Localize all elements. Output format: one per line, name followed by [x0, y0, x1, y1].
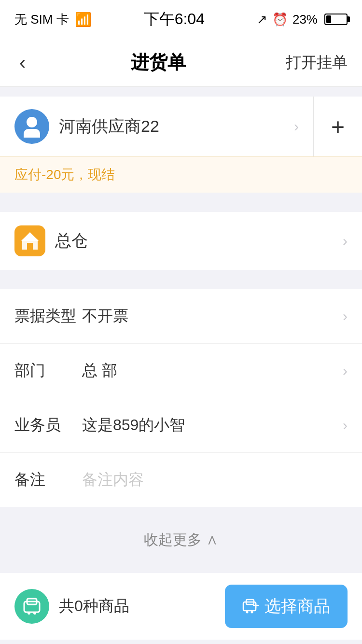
open-pending-button[interactable]: 打开挂单	[286, 52, 348, 73]
ticket-type-chevron-icon: ›	[343, 308, 348, 324]
collapse-button[interactable]: 收起更多 ∧	[0, 517, 362, 563]
department-label: 部门	[14, 360, 82, 381]
svg-point-7	[33, 612, 36, 615]
collapse-label: 收起更多 ∧	[144, 530, 218, 550]
notice-text: 应付-20元，现结	[14, 167, 115, 182]
form-section: 票据类型 不开票 › 部门 总 部 › 业务员 这是859的小智 › 备注 备注…	[0, 289, 362, 507]
back-button[interactable]: ‹	[14, 47, 30, 78]
app-container: 无 SIM 卡 📶 下午6:04 ↗ ⏰ 23% ‹ 进货单 打开挂单	[0, 0, 362, 640]
product-count-label: 共0种商品	[59, 596, 215, 617]
department-value: 总 部	[82, 360, 338, 381]
page-title: 进货单	[131, 50, 186, 75]
bottom-bar: 共0种商品 选择商品	[0, 573, 362, 640]
product-icon	[14, 589, 49, 624]
battery-percent: 23%	[292, 12, 318, 27]
status-bar: 无 SIM 卡 📶 下午6:04 ↗ ⏰ 23%	[0, 0, 362, 39]
remark-row[interactable]: 备注 备注内容	[0, 453, 362, 507]
supplier-avatar	[14, 109, 49, 144]
select-product-button[interactable]: 选择商品	[225, 585, 348, 628]
ticket-type-row[interactable]: 票据类型 不开票 ›	[0, 289, 362, 344]
department-row[interactable]: 部门 总 部 ›	[0, 344, 362, 398]
salesperson-label: 业务员	[14, 415, 82, 436]
ticket-type-label: 票据类型	[14, 306, 82, 327]
house-svg	[20, 231, 40, 251]
select-product-label: 选择商品	[265, 595, 330, 617]
warehouse-icon	[14, 225, 45, 256]
salesperson-chevron-icon: ›	[343, 417, 348, 434]
cart-small-icon	[22, 597, 42, 616]
department-chevron-icon: ›	[343, 363, 348, 379]
supplier-section: 河南供应商22 › +	[0, 97, 362, 156]
wifi-icon: 📶	[75, 12, 92, 28]
svg-point-11	[251, 611, 253, 614]
warehouse-section[interactable]: 总仓 ›	[0, 212, 362, 270]
avatar-person-icon	[22, 117, 42, 136]
notice-banner: 应付-20元，现结	[0, 156, 362, 193]
carrier-text: 无 SIM 卡	[14, 11, 69, 28]
svg-point-10	[246, 611, 249, 614]
form-divider	[0, 270, 362, 280]
status-time: 下午6:04	[144, 9, 205, 30]
alarm-icon: ⏰	[272, 12, 288, 27]
cart-icon	[242, 598, 259, 615]
warehouse-name: 总仓	[55, 230, 338, 252]
salesperson-row[interactable]: 业务员 这是859的小智 ›	[0, 398, 362, 453]
svg-marker-3	[21, 232, 39, 241]
status-right: ↗ ⏰ 23%	[257, 12, 348, 27]
add-supplier-button[interactable]: +	[314, 97, 362, 156]
top-divider	[0, 87, 362, 97]
warehouse-chevron-icon: ›	[343, 233, 348, 249]
svg-point-6	[28, 612, 30, 615]
status-left: 无 SIM 卡 📶	[14, 11, 92, 28]
middle-divider	[0, 193, 362, 202]
svg-rect-1	[27, 243, 33, 250]
supplier-selector[interactable]: 河南供应商22 ›	[0, 97, 314, 156]
select-cart-svg	[242, 598, 259, 615]
remark-label: 备注	[14, 469, 82, 490]
chevron-right-icon: ›	[294, 118, 299, 135]
salesperson-value: 这是859的小智	[82, 415, 338, 436]
nav-bar: ‹ 进货单 打开挂单	[0, 39, 362, 87]
supplier-name: 河南供应商22	[59, 115, 289, 138]
location-icon: ↗	[257, 12, 267, 27]
ticket-type-value: 不开票	[82, 306, 338, 327]
remark-input[interactable]: 备注内容	[82, 469, 348, 490]
battery-icon	[324, 14, 348, 25]
